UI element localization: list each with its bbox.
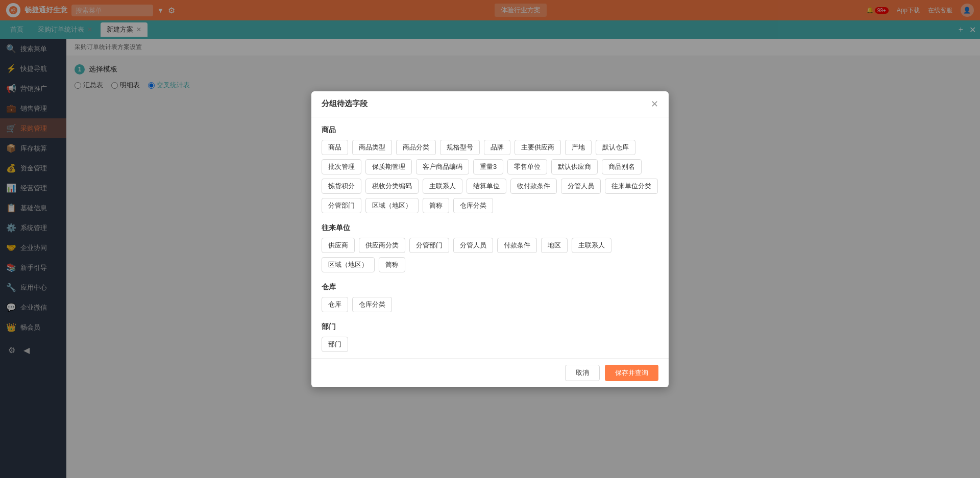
tag-spec-model[interactable]: 规格型号 <box>440 140 480 155</box>
section-product-title: 商品 <box>322 125 658 135</box>
tag-product-category[interactable]: 商品分类 <box>396 140 436 155</box>
tag-trade-abbr[interactable]: 简称 <box>379 257 405 272</box>
tag-main-contact[interactable]: 主联系人 <box>423 179 462 194</box>
tag-trade-mgmt-person[interactable]: 分管人员 <box>453 238 493 253</box>
section-trade-title: 往来单位 <box>322 223 658 233</box>
modal-body: 商品 商品 商品类型 商品分类 规格型号 品牌 主要供应商 产地 默认仓库 批次… <box>311 117 669 358</box>
section-dept: 部门 部门 <box>322 322 658 352</box>
tag-origin[interactable]: 产地 <box>565 140 592 155</box>
modal-footer: 取消 保存并查询 <box>311 358 669 387</box>
tag-wh-cat[interactable]: 仓库分类 <box>352 297 392 312</box>
section-product: 商品 商品 商品类型 商品分类 规格型号 品牌 主要供应商 产地 默认仓库 批次… <box>322 125 658 213</box>
section-dept-title: 部门 <box>322 322 658 332</box>
section-warehouse: 仓库 仓库 仓库分类 <box>322 283 658 312</box>
tag-settlement-unit[interactable]: 结算单位 <box>467 179 506 194</box>
modal-close-button[interactable]: ✕ <box>651 98 658 110</box>
tag-trade-main-contact[interactable]: 主联系人 <box>572 238 611 253</box>
tag-payment-terms[interactable]: 收付款条件 <box>510 179 557 194</box>
modal-title: 分组待选字段 <box>322 99 368 109</box>
tag-wh[interactable]: 仓库 <box>322 297 348 312</box>
tag-main-supplier[interactable]: 主要供应商 <box>514 140 561 155</box>
modal-dialog: 分组待选字段 ✕ 商品 商品 商品类型 商品分类 规格型号 品牌 主要供应商 产… <box>311 91 669 387</box>
tag-warehouse-cat[interactable]: 仓库分类 <box>453 198 493 213</box>
modal-confirm-button[interactable]: 保存并查询 <box>605 365 658 381</box>
product-tags: 商品 商品类型 商品分类 规格型号 品牌 主要供应商 产地 默认仓库 批次管理 … <box>322 140 658 213</box>
tag-retail-unit[interactable]: 零售单位 <box>507 159 547 174</box>
tag-product-alias[interactable]: 商品别名 <box>602 159 642 174</box>
tag-trade-unit-category[interactable]: 往来单位分类 <box>605 179 658 194</box>
modal-header: 分组待选字段 ✕ <box>311 91 669 117</box>
tag-weight[interactable]: 重量3 <box>473 159 503 174</box>
tag-product[interactable]: 商品 <box>322 140 348 155</box>
tag-tax-code[interactable]: 税收分类编码 <box>365 179 419 194</box>
tag-batch-mgmt[interactable]: 批次管理 <box>322 159 361 174</box>
tag-region[interactable]: 区域（地区） <box>365 198 419 213</box>
tag-brand[interactable]: 品牌 <box>484 140 510 155</box>
tag-mgmt-dept[interactable]: 分管部门 <box>322 198 361 213</box>
trade-tags: 供应商 供应商分类 分管部门 分管人员 付款条件 地区 主联系人 区域（地区） … <box>322 238 658 272</box>
modal-overlay: 分组待选字段 ✕ 商品 商品 商品类型 商品分类 规格型号 品牌 主要供应商 产… <box>0 0 980 478</box>
modal-cancel-button[interactable]: 取消 <box>565 365 600 381</box>
tag-expiry-mgmt[interactable]: 保质期管理 <box>365 159 412 174</box>
tag-manager[interactable]: 分管人员 <box>561 179 601 194</box>
tag-customer-code[interactable]: 客户商品编码 <box>416 159 469 174</box>
tag-pick-points[interactable]: 拣货积分 <box>322 179 361 194</box>
section-warehouse-title: 仓库 <box>322 283 658 292</box>
tag-default-supplier[interactable]: 默认供应商 <box>551 159 598 174</box>
section-trade: 往来单位 供应商 供应商分类 分管部门 分管人员 付款条件 地区 主联系人 区域… <box>322 223 658 272</box>
warehouse-tags: 仓库 仓库分类 <box>322 297 658 312</box>
tag-product-type[interactable]: 商品类型 <box>352 140 392 155</box>
tag-trade-mgmt-dept[interactable]: 分管部门 <box>409 238 449 253</box>
tag-payment-cond[interactable]: 付款条件 <box>497 238 537 253</box>
tag-supplier[interactable]: 供应商 <box>322 238 355 253</box>
tag-default-warehouse[interactable]: 默认仓库 <box>596 140 635 155</box>
tag-trade-region[interactable]: 区域（地区） <box>322 257 375 272</box>
tag-dept[interactable]: 部门 <box>322 337 348 352</box>
tag-area[interactable]: 地区 <box>541 238 568 253</box>
tag-abbr[interactable]: 简称 <box>423 198 449 213</box>
dept-tags: 部门 <box>322 337 658 352</box>
tag-supplier-cat[interactable]: 供应商分类 <box>359 238 405 253</box>
